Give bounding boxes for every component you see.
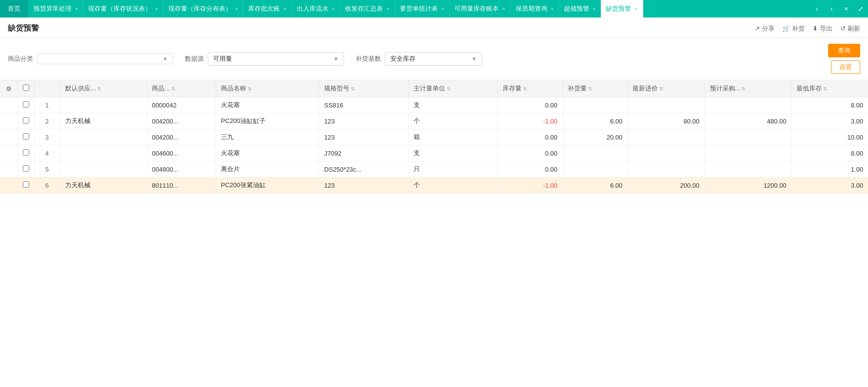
row-replenish: 20.00: [562, 129, 628, 145]
th-min-stock[interactable]: 最低库存 ⇅: [792, 80, 868, 97]
refresh-label: 刷新: [848, 24, 860, 33]
tab-close-8[interactable]: ×: [502, 6, 505, 12]
tab-close-3[interactable]: ×: [235, 6, 238, 12]
datasource-select[interactable]: 可用量 ▼: [208, 52, 344, 66]
nav-tab-5[interactable]: 出入库流水 ×: [292, 0, 340, 18]
th-est-purchase-label: 预计采购...: [710, 84, 741, 93]
row-checkbox-2[interactable]: [23, 133, 29, 140]
th-settings[interactable]: ⚙: [0, 80, 18, 97]
tab-close-7[interactable]: ×: [441, 6, 444, 12]
row-name: 火花塞: [216, 97, 319, 113]
row-checkbox-cell[interactable]: [18, 129, 34, 145]
row-stock: 0.00: [497, 97, 562, 113]
share-icon: ↗: [755, 25, 760, 32]
row-checkbox-cell[interactable]: [18, 113, 34, 129]
nav-tab-1[interactable]: 拣货异常处理 ×: [29, 0, 83, 18]
tab-label-2: 现存量（库存状况表）: [88, 4, 151, 13]
settings-button[interactable]: 设置: [831, 60, 860, 74]
refresh-button[interactable]: ↺ 刷新: [840, 24, 860, 33]
tab-close-11[interactable]: ×: [634, 6, 637, 12]
replenish-label: 补货: [792, 24, 805, 33]
row-index: 1: [34, 97, 60, 113]
row-checkbox-cell[interactable]: [18, 177, 34, 194]
th-supplier-label: 默认供应...: [65, 84, 96, 93]
tab-close-1[interactable]: ×: [75, 6, 78, 12]
select-all-checkbox[interactable]: [23, 85, 29, 91]
tab-label-11: 缺货预警: [606, 4, 631, 13]
row-code: 004200...: [147, 113, 216, 129]
table-row: 1 0000042 火花塞 SS816 支 0.00 8.00: [0, 97, 868, 113]
row-checkbox-3[interactable]: [23, 149, 29, 156]
tab-close-6[interactable]: ×: [386, 6, 389, 12]
th-supplier[interactable]: 默认供应... ⇅: [60, 80, 147, 97]
row-replenish: [562, 161, 628, 177]
page-title: 缺货预警: [8, 23, 39, 34]
nav-tab-11[interactable]: 缺货预警 ×: [601, 0, 643, 18]
th-latest-price[interactable]: 最新进价 ⇅: [628, 80, 705, 97]
row-replenish: 6.00: [562, 113, 628, 129]
data-table: ⚙ 默认供应... ⇅ 商品...: [0, 80, 868, 194]
row-supplier: [60, 161, 147, 177]
row-est-purchase: [705, 145, 792, 161]
nav-tab-9[interactable]: 保质期查询 ×: [511, 0, 559, 18]
row-code: 801110...: [147, 177, 216, 194]
sort-stock-icon: ⇅: [523, 86, 527, 91]
row-unit: 支: [409, 145, 498, 161]
export-button[interactable]: ⬇ 导出: [813, 24, 832, 33]
row-supplier: 力天机械: [60, 113, 147, 129]
row-name: 三九: [216, 129, 319, 145]
cart-icon: 🛒: [782, 25, 790, 32]
replenish-button[interactable]: 🛒 补货: [782, 24, 805, 33]
row-checkbox-0[interactable]: [23, 101, 29, 107]
nav-close-all-button[interactable]: ×: [839, 0, 853, 18]
row-checkbox-5[interactable]: [23, 181, 29, 188]
tab-close-9[interactable]: ×: [551, 6, 554, 12]
nav-tab-6[interactable]: 收发存汇总表 ×: [340, 0, 395, 18]
th-code[interactable]: 商品... ⇅: [147, 80, 216, 97]
tab-label-6: 收发存汇总表: [345, 4, 383, 13]
nav-tab-home[interactable]: 首页: [0, 0, 29, 18]
row-est-purchase: [705, 161, 792, 177]
table-row: 2 力天机械 004200... PC200油缸缸子 123 个 -1.00 6…: [0, 113, 868, 129]
tab-close-10[interactable]: ×: [593, 6, 596, 12]
th-spec[interactable]: 规格型号 ⇅: [319, 80, 409, 97]
nav-tab-3[interactable]: 现存量（库存分布表） ×: [163, 0, 243, 18]
nav-prev-button[interactable]: ‹: [810, 0, 824, 18]
th-stock[interactable]: 库存量 ⇅: [497, 80, 562, 97]
sort-unit-icon: ⇅: [447, 86, 451, 91]
row-replenish: [562, 97, 628, 113]
share-button[interactable]: ↗ 分享: [755, 24, 775, 33]
nav-expand-button[interactable]: ⤢: [853, 0, 868, 18]
row-checkbox-4[interactable]: [23, 165, 29, 172]
tab-close-5[interactable]: ×: [332, 6, 335, 12]
row-min-stock: 8.00: [792, 145, 868, 161]
sort-min-stock-icon: ⇅: [823, 86, 827, 91]
tab-label-8: 可用量库存账本: [454, 4, 499, 13]
row-spec: 123: [319, 129, 409, 145]
filter-replenish-basis: 补货基数 安全库存 ▼: [356, 52, 482, 66]
nav-tab-7[interactable]: 要货单统计表 ×: [395, 0, 450, 18]
sort-spec-icon: ⇅: [351, 86, 355, 91]
row-unit: 箱: [409, 129, 498, 145]
replenish-basis-select[interactable]: 安全库存 ▼: [385, 52, 482, 66]
row-checkbox-cell[interactable]: [18, 145, 34, 161]
nav-tab-4[interactable]: 库存批次账 ×: [243, 0, 291, 18]
row-checkbox-cell[interactable]: [18, 97, 34, 113]
row-checkbox-1[interactable]: [23, 117, 29, 123]
nav-tab-2[interactable]: 现存量（库存状况表） ×: [83, 0, 163, 18]
row-checkbox-cell[interactable]: [18, 161, 34, 177]
th-est-purchase[interactable]: 预计采购... ⇅: [705, 80, 792, 97]
th-replenish[interactable]: 补货量 ⇅: [562, 80, 628, 97]
nav-next-button[interactable]: ›: [824, 0, 839, 18]
th-unit[interactable]: 主计量单位 ⇅: [409, 80, 498, 97]
th-name[interactable]: 商品名称 ⇅: [216, 80, 319, 97]
nav-tab-8[interactable]: 可用量库存账本 ×: [450, 0, 510, 18]
tab-close-2[interactable]: ×: [155, 6, 158, 12]
query-button[interactable]: 查询: [828, 44, 860, 57]
tab-close-4[interactable]: ×: [283, 6, 286, 12]
nav-tab-10[interactable]: 超储预警 ×: [559, 0, 601, 18]
row-code: 004800...: [147, 161, 216, 177]
th-latest-price-label: 最新进价: [633, 84, 658, 93]
category-select[interactable]: ▼: [37, 53, 173, 64]
row-est-purchase: 1200.00: [705, 177, 792, 194]
